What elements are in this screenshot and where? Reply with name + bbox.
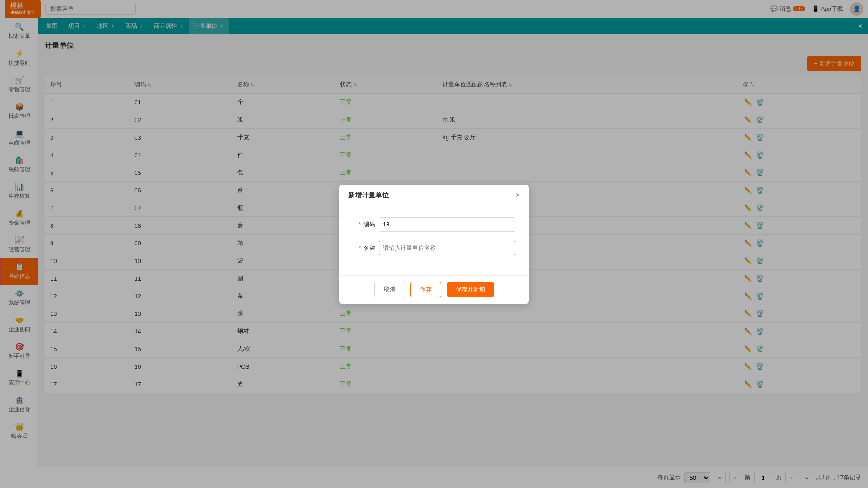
add-unit-modal: 新增计量单位 × * 编码 * 名称 取消 保存 保存并新增 — [339, 185, 529, 304]
modal-header: 新增计量单位 × — [339, 185, 529, 206]
form-row-code: * 编码 — [353, 217, 515, 232]
save-and-new-button[interactable]: 保存并新增 — [447, 282, 494, 297]
cancel-button[interactable]: 取消 — [374, 282, 405, 297]
code-input[interactable] — [379, 217, 515, 232]
name-input[interactable] — [379, 241, 515, 255]
code-label: * 编码 — [353, 221, 375, 229]
modal-close-button[interactable]: × — [516, 191, 520, 199]
modal-footer: 取消 保存 保存并新增 — [339, 275, 529, 304]
save-button[interactable]: 保存 — [410, 282, 441, 297]
form-row-name: * 名称 — [353, 241, 515, 255]
modal-body: * 编码 * 名称 — [339, 206, 529, 275]
code-required-mark: * — [359, 221, 361, 228]
name-label: * 名称 — [353, 244, 375, 252]
name-required-mark: * — [359, 244, 361, 251]
modal-overlay: 新增计量单位 × * 编码 * 名称 取消 保存 保存并新增 — [0, 0, 868, 488]
modal-title: 新增计量单位 — [348, 191, 389, 200]
